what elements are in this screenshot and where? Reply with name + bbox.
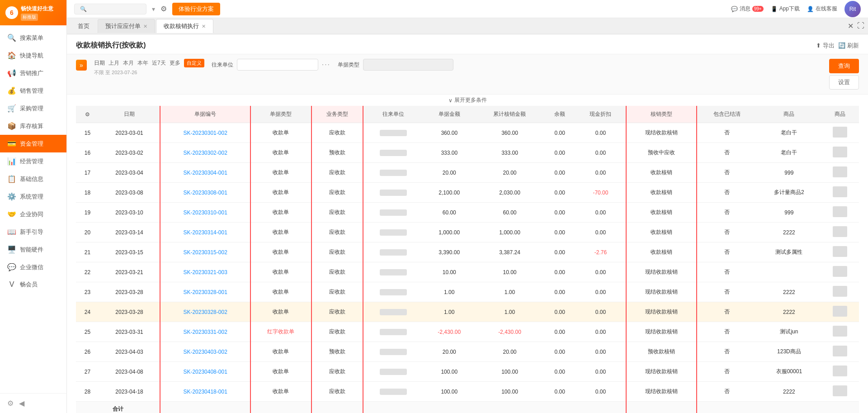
sidebar-item-finance[interactable]: 💳 资金管理 xyxy=(0,135,66,152)
sidebar-item-quick-nav[interactable]: 🏠 快捷导航 xyxy=(0,47,66,64)
row-balance: 0.00 xyxy=(544,342,576,362)
col-date[interactable]: 日期 xyxy=(99,106,160,123)
sidebar-item-member[interactable]: V 畅会员 xyxy=(0,276,66,293)
row-doc-no[interactable]: SK-20230314-001 xyxy=(160,223,250,242)
row-doc-no[interactable]: SK-20230315-002 xyxy=(160,242,250,262)
sidebar-item-enterprise[interactable]: 🤝 企业协同 xyxy=(0,205,66,223)
doc-no-link[interactable]: SK-20230321-003 xyxy=(183,269,227,275)
sidebar-item-purchase[interactable]: 🛒 采购管理 xyxy=(0,100,66,117)
row-amount: 20.00 xyxy=(423,342,475,362)
goods-thumbnail xyxy=(833,306,847,317)
row-amount: 100.00 xyxy=(423,382,475,402)
sidebar-item-marketing[interactable]: 📢 营销推广 xyxy=(0,64,66,82)
tab-pending-payables[interactable]: 预计应应付单 ✕ xyxy=(98,19,155,33)
row-doc-no[interactable]: SK-20230418-001 xyxy=(160,382,250,402)
sidebar-item-operations[interactable]: 📊 经营管理 xyxy=(0,152,66,170)
col-writeoff-amount[interactable]: 累计核销金额 xyxy=(475,106,544,123)
tab-receivable-writeoff[interactable]: 收款核销执行 ✕ xyxy=(156,19,213,33)
row-biz-type: 应收款 xyxy=(311,362,363,382)
doc-no-link[interactable]: SK-20230328-002 xyxy=(183,309,227,315)
col-balance[interactable]: 余额 xyxy=(544,106,576,123)
doc-no-link[interactable]: SK-20230315-002 xyxy=(183,249,227,256)
settings-gear-icon[interactable]: ⚙ xyxy=(160,5,167,13)
doc-no-link[interactable]: SK-20230314-001 xyxy=(183,229,227,236)
collapse-icon[interactable]: ◀ xyxy=(19,399,24,408)
topbar-search-box[interactable]: 🔍 xyxy=(74,4,146,14)
row-doc-no[interactable]: SK-20230328-001 xyxy=(160,282,250,302)
sidebar-item-search[interactable]: 🔍 搜索菜单 xyxy=(0,29,66,47)
dropdown-arrow-icon[interactable]: ▾ xyxy=(152,5,155,13)
col-biz-type[interactable]: 业务类型 xyxy=(311,106,363,123)
col-include-settled[interactable]: 包含已结清 xyxy=(697,106,757,123)
messages-group[interactable]: 💬 消息 99+ xyxy=(731,5,764,13)
doc-no-link[interactable]: SK-20230304-001 xyxy=(183,170,227,176)
doc-no-link[interactable]: SK-20230310-001 xyxy=(183,209,227,216)
doc-no-link[interactable]: SK-20230408-001 xyxy=(183,369,227,375)
sidebar-item-inventory[interactable]: 📦 库存核算 xyxy=(0,117,66,135)
industry-solution-button[interactable]: 体验行业方案 xyxy=(172,3,220,15)
sidebar-item-hardware[interactable]: 🖥️ 智能硬件 xyxy=(0,241,66,258)
col-goods[interactable]: 商品 xyxy=(757,106,821,123)
filter-toggle-button[interactable]: » xyxy=(76,60,87,71)
close-all-tabs-icon[interactable]: ✕ xyxy=(848,22,854,30)
filter-last-month[interactable]: 上月 xyxy=(108,59,119,67)
filter-party-input[interactable] xyxy=(237,59,318,71)
avatar[interactable]: Rit xyxy=(844,1,861,17)
row-doc-no[interactable]: SK-20230328-002 xyxy=(160,302,250,322)
doc-no-link[interactable]: SK-20230331-002 xyxy=(183,329,227,335)
online-service-group[interactable]: 👤 在线客服 xyxy=(807,5,837,13)
col-party[interactable]: 往来单位 xyxy=(363,106,423,123)
tab-close-pending[interactable]: ✕ xyxy=(143,24,147,29)
col-amount[interactable]: 单据金额 xyxy=(423,106,475,123)
expand-more-button[interactable]: ∨ 展开更多条件 xyxy=(67,95,868,106)
row-doc-no[interactable]: SK-20230403-002 xyxy=(160,342,250,362)
sidebar-item-system[interactable]: ⚙️ 系统管理 xyxy=(0,188,66,205)
filter-more[interactable]: 更多 xyxy=(170,59,180,67)
sidebar-item-guide[interactable]: 📖 新手引导 xyxy=(0,223,66,241)
row-doc-no[interactable]: SK-20230321-003 xyxy=(160,262,250,282)
filter-this-month[interactable]: 本月 xyxy=(123,59,134,67)
row-doc-no[interactable]: SK-20230331-002 xyxy=(160,322,250,342)
row-doc-no[interactable]: SK-20230304-001 xyxy=(160,163,250,183)
col-doc-type[interactable]: 单据类型 xyxy=(250,106,311,123)
doc-no-link[interactable]: SK-20230328-001 xyxy=(183,289,227,295)
export-button[interactable]: ⬆ 导出 xyxy=(816,42,835,50)
sidebar-item-basic[interactable]: 📋 基础信息 xyxy=(0,170,66,188)
row-doc-no[interactable]: SK-20230308-001 xyxy=(160,183,250,203)
col-writeoff-type[interactable]: 核销类型 xyxy=(626,106,697,123)
row-writeoff-amount: 1,000.00 xyxy=(475,223,544,242)
col-goods2[interactable]: 商品 xyxy=(821,106,859,123)
doc-no-link[interactable]: SK-20230301-002 xyxy=(183,130,227,136)
doc-no-link[interactable]: SK-20230302-002 xyxy=(183,150,227,156)
app-download-group[interactable]: 📱 App下载 xyxy=(771,5,800,13)
row-doc-no[interactable]: SK-20230310-001 xyxy=(160,203,250,223)
filter-settings-button[interactable]: 设置 xyxy=(829,75,859,90)
col-gear[interactable]: ⚙ xyxy=(76,106,99,123)
col-cash-discount[interactable]: 现金折扣 xyxy=(576,106,626,123)
row-doc-no[interactable]: SK-20230301-002 xyxy=(160,123,250,143)
filter-more-options-icon[interactable]: ··· xyxy=(322,61,330,69)
doc-no-link[interactable]: SK-20230418-001 xyxy=(183,389,227,395)
filter-doctype-select[interactable] xyxy=(363,59,453,71)
col-doc-no[interactable]: 单据编号 xyxy=(160,106,250,123)
filter-this-year[interactable]: 本年 xyxy=(137,59,148,67)
filter-custom-button[interactable]: 自定义 xyxy=(184,59,204,67)
row-balance: 0.00 xyxy=(544,183,576,203)
settings-footer-icon[interactable]: ⚙ xyxy=(7,399,14,408)
row-writeoff-amount: 100.00 xyxy=(475,382,544,402)
sidebar-item-sales[interactable]: 💰 销售管理 xyxy=(0,82,66,100)
refresh-button[interactable]: 🔄 刷新 xyxy=(838,42,859,50)
row-doc-no[interactable]: SK-20230408-001 xyxy=(160,362,250,382)
filter-7-days[interactable]: 近7天 xyxy=(152,59,166,67)
row-include-settled: 否 xyxy=(697,382,757,402)
row-writeoff-type: 现结收款核销 xyxy=(626,362,697,382)
row-doc-no[interactable]: SK-20230302-002 xyxy=(160,143,250,163)
tab-home[interactable]: 首页 xyxy=(71,19,97,33)
tab-close-writeoff[interactable]: ✕ xyxy=(202,24,206,29)
maximize-icon[interactable]: ⛶ xyxy=(857,22,864,30)
doc-no-link[interactable]: SK-20230403-002 xyxy=(183,349,227,355)
sidebar-item-wechat[interactable]: 💬 企业微信 xyxy=(0,258,66,276)
doc-no-link[interactable]: SK-20230308-001 xyxy=(183,190,227,196)
page-header: 收款核销执行(按收款) ⬆ 导出 🔄 刷新 xyxy=(67,34,868,54)
filter-query-button[interactable]: 查询 xyxy=(829,59,859,73)
